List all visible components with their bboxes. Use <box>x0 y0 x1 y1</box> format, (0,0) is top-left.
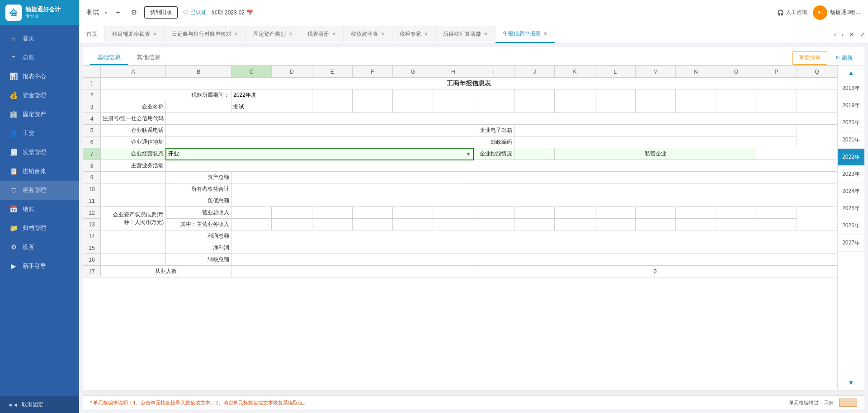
headset-icon: 🎧 <box>777 9 784 16</box>
tab-close-all-button[interactable]: ✕ <box>846 27 857 42</box>
sheet-cell <box>433 89 473 101</box>
sidebar-item-固定资产[interactable]: 🏢固定资产 <box>0 105 79 124</box>
sheet-cell <box>676 219 716 230</box>
tab-close-icon[interactable]: ✕ <box>424 31 428 37</box>
topbar: 测试 ▾ ＋ ⚙ 切到旧版 🛡 已认证 账期 2023-02 📅 🎧 人工咨询 … <box>79 0 868 25</box>
tab-close-icon[interactable]: ✕ <box>332 31 336 37</box>
topbar-period: 账期 2023-02 📅 <box>212 9 253 16</box>
tab-科目辅助余额表[interactable]: 科目辅助余额表✕ <box>105 26 165 42</box>
year-scroll-down-button[interactable]: ▼ <box>846 377 856 388</box>
sheet-cell: 0 <box>473 266 837 277</box>
sub-tab-其他信息[interactable]: 其他信息 <box>130 51 168 65</box>
reset-report-button[interactable]: 重置报表 <box>792 52 827 65</box>
sheet-cell <box>756 89 797 101</box>
topbar-add-button[interactable]: ＋ <box>113 6 123 19</box>
tab-close-icon[interactable]: ✕ <box>484 31 488 37</box>
sheet-cell <box>514 89 555 101</box>
tab-日记账与银行对账单核对[interactable]: 日记账与银行对账单核对✕ <box>165 26 246 42</box>
sidebar-item-设置[interactable]: ⚙设置 <box>0 238 79 257</box>
sidebar-item-工资[interactable]: 👤工资 <box>0 124 79 143</box>
sidebar-item-进销台账[interactable]: 📋进销台账 <box>0 162 79 181</box>
year-item-2021年[interactable]: 2021年 <box>838 131 864 149</box>
refresh-icon: ↻ <box>835 55 840 61</box>
year-item-2025年[interactable]: 2025年 <box>838 200 864 217</box>
sheet-cell <box>555 101 595 113</box>
year-item-2023年[interactable]: 2023年 <box>838 166 864 183</box>
sheet-cell <box>231 230 837 242</box>
col-header-F: F <box>352 66 392 78</box>
sidebar-icon: 🧾 <box>9 148 18 156</box>
sheet-cell <box>312 219 352 230</box>
topbar-user[interactable]: Rit 畅捷通B组… <box>813 5 861 20</box>
tab-固定资产类别[interactable]: 固定资产类别✕ <box>246 26 300 42</box>
sidebar-item-归档管理[interactable]: 📁归档管理 <box>0 219 79 238</box>
sheet-cell <box>352 101 392 113</box>
tab-expand-button[interactable]: ⤢ <box>857 27 868 42</box>
sheet-cell <box>473 207 514 219</box>
spreadsheet-scroll[interactable]: ABCDEFGHIJKLMNOPQ1工商年报信息表2税款所属期间：2022年度3… <box>83 66 837 390</box>
tab-nav-next-button[interactable]: › <box>839 27 846 42</box>
tab-税检专家[interactable]: 税检专家✕ <box>392 26 436 42</box>
sheet-cell <box>473 219 514 230</box>
horizontal-scrollbar[interactable] <box>83 390 864 395</box>
sheet-cell <box>231 266 473 277</box>
tab-close-icon[interactable]: ✕ <box>153 31 157 37</box>
topbar-service-button[interactable]: 🎧 人工咨询 <box>777 9 807 16</box>
sheet-cell <box>352 89 392 101</box>
sheet-cell: 利润总额 <box>166 230 231 242</box>
sheet-cell: 注册号/统一社会信用代码 <box>101 113 166 125</box>
refresh-button[interactable]: ↻ 刷新 <box>831 52 857 65</box>
year-item-2027年[interactable]: 2027年 <box>838 235 864 252</box>
sub-tabs: 基础信息其他信息 重置报表 ↻ 刷新 <box>83 47 864 66</box>
sheet-cell: 纳税总额 <box>166 254 231 266</box>
year-item-2018年[interactable]: 2018年 <box>838 80 864 97</box>
tab-close-icon[interactable]: ✕ <box>288 31 292 37</box>
year-item-2024年[interactable]: 2024年 <box>838 183 864 200</box>
topbar-old-version-button[interactable]: 切到旧版 <box>144 6 178 19</box>
sidebar-item-报表中心[interactable]: 📊报表中心 <box>0 67 79 86</box>
sidebar-item-首页[interactable]: ⌂首页 <box>0 29 79 48</box>
pin-label: 取消固定 <box>22 401 43 408</box>
sidebar-nav: ⌂首页≡总账📊报表中心💰资金管理🏢固定资产👤工资🧾发票管理📋进销台账🛡税务管理📅… <box>0 25 79 396</box>
tab-close-icon[interactable]: ✕ <box>381 31 385 37</box>
sheet-cell <box>312 89 352 101</box>
year-item-2026年[interactable]: 2026年 <box>838 217 864 235</box>
topbar-settings-button[interactable]: ⚙ <box>129 6 139 19</box>
year-item-2020年[interactable]: 2020年 <box>838 114 864 131</box>
sidebar-item-结账[interactable]: 📅结账 <box>0 200 79 219</box>
col-header-Q: Q <box>797 66 837 78</box>
sidebar-item-发票管理[interactable]: 🧾发票管理 <box>0 143 79 162</box>
dropdown-arrow-icon[interactable]: ▼ <box>466 151 471 157</box>
sheet-cell <box>166 101 231 113</box>
tab-所得税汇算清缴[interactable]: 所得税汇算清缴✕ <box>436 26 495 42</box>
sheet-cell <box>231 242 837 254</box>
tab-nav-prev-button[interactable]: ‹ <box>831 27 839 42</box>
col-header-I: I <box>473 66 514 78</box>
sidebar-icon: 📁 <box>9 224 18 232</box>
bottom-bar-note: * 单元格编辑说明：1、点击单元格直接录入数值或文本。2、清空单元格数值或文本恢… <box>90 399 785 406</box>
sheet-cell <box>756 207 797 219</box>
topbar-dropdown-arrow[interactable]: ▾ <box>104 9 107 16</box>
tab-税表清册[interactable]: 税表清册✕ <box>300 26 344 42</box>
sheet-cell[interactable]: 开业▼ <box>166 148 473 160</box>
year-item-2022年[interactable]: 2022年 <box>838 149 864 166</box>
sheet-cell <box>433 207 473 219</box>
tab-首页[interactable]: 首页 <box>79 26 105 42</box>
sheet-cell <box>716 207 756 219</box>
calendar-icon[interactable]: 📅 <box>246 9 253 16</box>
tab-close-icon[interactable]: ✕ <box>234 31 238 37</box>
year-scroll-up-button[interactable]: ▲ <box>846 67 856 78</box>
sheet-cell <box>393 101 433 113</box>
sidebar-item-总账[interactable]: ≡总账 <box>0 48 79 67</box>
year-item-2019年[interactable]: 2019年 <box>838 97 864 114</box>
sidebar-pin-button[interactable]: ◄◄ 取消固定 <box>0 396 79 413</box>
tab-税负波动表[interactable]: 税负波动表✕ <box>344 26 392 42</box>
col-header-C: C <box>231 66 272 78</box>
tab-close-icon[interactable]: ✕ <box>543 31 547 37</box>
tab-年报信息申报表[interactable]: 年报信息申报表✕ <box>495 25 555 43</box>
sidebar-item-资金管理[interactable]: 💰资金管理 <box>0 86 79 105</box>
sub-tab-基础信息[interactable]: 基础信息 <box>90 51 128 65</box>
col-header-D: D <box>272 66 312 78</box>
sidebar-item-新手引导[interactable]: ▶新手引导 <box>0 257 79 276</box>
sidebar-item-税务管理[interactable]: 🛡税务管理 <box>0 181 79 200</box>
